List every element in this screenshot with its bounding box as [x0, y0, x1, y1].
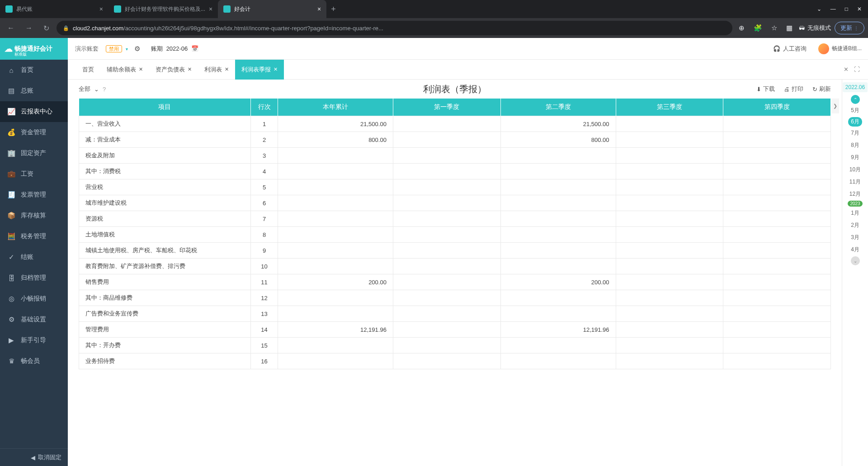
address-bar[interactable]: 🔒 cloud2.chanjet.com/accounting/uh26t264…	[57, 21, 732, 35]
tab-title: 好会计财务管理软件购买价格及...	[125, 5, 205, 13]
gear-icon[interactable]: ⚙	[134, 45, 140, 53]
table-row[interactable]: 城市维护建设税6	[79, 195, 831, 211]
extension-icon[interactable]: ▦	[783, 21, 795, 35]
close-icon[interactable]: ✕	[274, 66, 278, 72]
bookmark-icon[interactable]: ☆	[769, 21, 780, 35]
sidebar-item-11[interactable]: ◎小畅报销	[0, 288, 68, 309]
sidebar-item-1[interactable]: ▤总账	[0, 80, 68, 101]
sidebar-item-12[interactable]: ⚙基础设置	[0, 309, 68, 330]
table-row[interactable]: 其中：开办费15	[79, 338, 831, 353]
month-item[interactable]: 12月	[847, 188, 863, 200]
sidebar-item-4[interactable]: 🏢固定资产	[0, 143, 68, 164]
sidebar-item-9[interactable]: ✓结账	[0, 247, 68, 268]
month-item[interactable]: 10月	[847, 164, 863, 175]
download-button[interactable]: ⬇ 下载	[756, 85, 775, 93]
page-tab-0[interactable]: 首页	[76, 60, 100, 80]
close-icon[interactable]: ×	[99, 5, 103, 13]
table-row[interactable]: 营业税5	[79, 179, 831, 195]
month-item[interactable]: 3月	[848, 232, 862, 243]
table-row[interactable]: 管理费用1412,191.9612,191.96	[79, 322, 831, 338]
close-icon[interactable]: ✕	[225, 66, 229, 72]
sidebar-item-14[interactable]: ♛畅会员	[0, 351, 68, 372]
table-row[interactable]: 城镇土地使用税、房产税、车船税、印花税9	[79, 243, 831, 259]
month-item[interactable]: 7月	[848, 127, 862, 139]
table-row[interactable]: 广告费和业务宣传费13	[79, 306, 831, 322]
filter-dropdown[interactable]: 全部 ⌄ ?	[79, 85, 106, 93]
page-tab-3[interactable]: 利润表✕	[198, 60, 235, 80]
disable-badge[interactable]: 禁用	[106, 45, 122, 52]
browser-tab-0[interactable]: 易代账 ×	[0, 0, 108, 18]
month-item[interactable]: 1月	[848, 207, 862, 219]
sidebar-item-6[interactable]: 🧾发票管理	[0, 184, 68, 205]
month-item[interactable]: 11月	[847, 176, 863, 188]
sidebar-item-0[interactable]: ⌂首页	[0, 60, 68, 80]
close-all-icon[interactable]: ✕	[844, 66, 849, 73]
zoom-icon[interactable]: ⊕	[736, 21, 747, 35]
reload-button[interactable]: ↻	[40, 21, 53, 35]
window-maximize-icon[interactable]: □	[845, 6, 848, 12]
sidebar-item-2[interactable]: 📈云报表中心	[0, 101, 68, 122]
sidebar-item-13[interactable]: ▶新手引导	[0, 330, 68, 351]
table-cell	[616, 353, 723, 369]
browser-tab-1[interactable]: 好会计财务管理软件购买价格及... ×	[108, 0, 218, 18]
forward-button[interactable]: →	[22, 21, 36, 35]
scroll-up-icon[interactable]: ⌃	[851, 95, 860, 104]
page-tab-1[interactable]: 辅助余额表✕	[100, 60, 149, 80]
table-row[interactable]: 资源税7	[79, 211, 831, 227]
back-button[interactable]: ←	[4, 21, 18, 35]
scroll-down-icon[interactable]: ⌄	[851, 256, 860, 265]
sidebar-item-label: 库存核算	[21, 212, 46, 220]
table-cell	[393, 338, 500, 353]
table-row[interactable]: 业务招待费16	[79, 353, 831, 369]
table-row[interactable]: 减：营业成本2800.00800.00	[79, 132, 831, 148]
month-item[interactable]: 9月	[848, 152, 862, 163]
update-button[interactable]: 更新 ⋮	[835, 22, 864, 34]
close-icon[interactable]: ×	[209, 5, 212, 13]
table-cell	[278, 164, 393, 179]
sidebar-item-7[interactable]: 📦库存核算	[0, 205, 68, 226]
table-row[interactable]: 土地增值税8	[79, 227, 831, 243]
close-icon[interactable]: ✕	[139, 66, 143, 72]
month-item[interactable]: 4月	[848, 244, 862, 255]
scroll-right-icon[interactable]: ❯	[831, 99, 839, 113]
refresh-button[interactable]: ↻ 刷新	[812, 85, 831, 93]
window-dropdown-icon[interactable]: ⌄	[817, 6, 821, 12]
month-item[interactable]: 8月	[848, 140, 862, 151]
table-row[interactable]: 其中：商品维修费12	[79, 290, 831, 306]
window-minimize-icon[interactable]: —	[830, 6, 836, 12]
sidebar-item-3[interactable]: 💰资金管理	[0, 122, 68, 143]
page-tab-4[interactable]: 利润表季报✕	[235, 60, 284, 80]
fullscreen-icon[interactable]: ⛶	[854, 66, 860, 73]
help-icon[interactable]: ?	[103, 86, 106, 93]
table-row[interactable]: 教育费附加、矿产资源补偿费、排污费10	[79, 259, 831, 274]
extensions-icon[interactable]: 🧩	[751, 21, 765, 35]
table-cell	[500, 211, 616, 227]
browser-tab-2[interactable]: 好会计 ×	[218, 0, 326, 18]
support-button[interactable]: 🎧 人工咨询	[768, 45, 812, 53]
sidebar-item-10[interactable]: 🗄归档管理	[0, 268, 68, 288]
close-icon[interactable]: ✕	[188, 66, 192, 72]
month-item[interactable]: 5月	[848, 105, 862, 116]
table-row[interactable]: 其中：消费税4	[79, 164, 831, 179]
account-selector[interactable]: 演示账套	[68, 45, 106, 53]
month-item[interactable]: 6月	[848, 117, 862, 127]
sidebar-item-5[interactable]: 💼工资	[0, 164, 68, 184]
table-cell: 800.00	[500, 132, 616, 148]
new-tab-button[interactable]: +	[326, 0, 340, 18]
table-row[interactable]: 销售费用11200.00200.00	[79, 274, 831, 290]
month-item[interactable]: 2月	[848, 220, 862, 231]
sidebar-item-8[interactable]: 🧮税务管理	[0, 226, 68, 247]
close-icon[interactable]: ×	[317, 5, 321, 13]
print-button[interactable]: 🖨 打印	[784, 85, 803, 93]
chevron-down-icon[interactable]: ▾	[126, 47, 128, 52]
user-menu[interactable]: 畅捷通B组...	[812, 43, 868, 54]
sidebar-pin-toggle[interactable]: ◀取消固定	[0, 448, 68, 466]
period-selector[interactable]: 账期 2022-06 📅	[146, 45, 203, 53]
table-row[interactable]: 税金及附加3	[79, 148, 831, 164]
page-tab-2[interactable]: 资产负债表✕	[149, 60, 198, 80]
table-row[interactable]: 一、营业收入121,500.0021,500.00	[79, 116, 831, 132]
table-cell: 1	[251, 116, 278, 132]
window-close-icon[interactable]: ✕	[857, 6, 862, 12]
app-logo[interactable]: ☁ 畅捷通好会计 标准版	[0, 38, 68, 60]
report-table-wrap[interactable]: ❯ 项目行次本年累计第一季度第二季度第三季度第四季度 一、营业收入121,500…	[68, 99, 842, 466]
